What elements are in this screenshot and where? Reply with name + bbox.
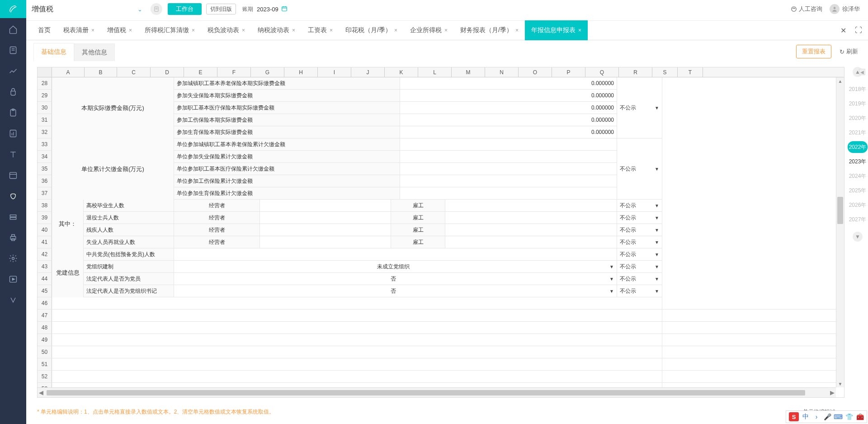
close-icon[interactable]: × — [242, 27, 245, 33]
row-header[interactable]: 46 — [38, 297, 52, 309]
close-icon[interactable]: × — [192, 27, 195, 33]
row-header[interactable]: 37 — [38, 187, 52, 200]
horizontal-scrollbar[interactable]: ◀ ▶ — [38, 387, 836, 397]
tab-item[interactable]: 纳税波动表× — [251, 20, 302, 40]
employee-value[interactable] — [445, 236, 617, 248]
close-icon[interactable]: × — [330, 27, 333, 33]
column-header[interactable]: I — [318, 67, 351, 77]
value-cell[interactable] — [400, 151, 617, 162]
column-header[interactable]: O — [519, 67, 552, 77]
value-cell[interactable] — [400, 175, 617, 187]
row-header[interactable]: 30 — [38, 102, 52, 114]
nav-report-icon[interactable] — [8, 129, 18, 138]
nav-calendar-icon[interactable] — [8, 170, 18, 180]
column-header[interactable]: G — [251, 67, 284, 77]
tab-item[interactable]: 年报信息申报表× — [525, 20, 588, 40]
employee-value[interactable] — [445, 224, 617, 236]
row-header[interactable]: 53 — [38, 383, 52, 387]
tab-item[interactable]: 税负波动表× — [201, 20, 251, 40]
column-header[interactable]: F — [217, 67, 251, 77]
row-header[interactable]: 31 — [38, 114, 52, 126]
period-value[interactable]: 2023-09 — [257, 6, 278, 13]
nav-play-icon[interactable] — [8, 274, 18, 284]
value-dropdown[interactable]: 否▼ — [174, 273, 617, 285]
username[interactable]: 徐泽华 — [842, 5, 860, 13]
row-header[interactable]: 44 — [38, 273, 52, 285]
row-header[interactable]: 39 — [38, 212, 52, 224]
nav-home-icon[interactable] — [8, 24, 18, 34]
ime-s-icon[interactable]: S — [789, 412, 799, 421]
nav-clipboard-icon[interactable] — [8, 108, 18, 118]
year-item[interactable]: 2027年 — [848, 214, 868, 225]
module-selector[interactable]: 增值税 ⌄ — [32, 5, 142, 14]
empty-cell[interactable] — [52, 334, 662, 346]
column-header[interactable]: C — [117, 67, 151, 77]
vertical-scrollbar[interactable]: ▲ ▼ — [836, 77, 844, 387]
empty-cell[interactable] — [52, 322, 662, 333]
row-header[interactable]: 47 — [38, 310, 52, 321]
value-cell[interactable]: 0.000000 — [400, 77, 617, 89]
close-icon[interactable]: × — [444, 27, 448, 33]
tab-item[interactable]: 首页 — [32, 20, 57, 40]
close-icon[interactable]: × — [394, 27, 397, 33]
value-cell[interactable]: 0.000000 — [400, 90, 617, 101]
column-header[interactable]: J — [351, 67, 385, 77]
avatar-icon[interactable] — [830, 4, 840, 14]
workbench-button[interactable]: 工作台 — [168, 3, 202, 15]
empty-cell[interactable] — [52, 358, 662, 370]
nav-text-icon[interactable] — [8, 149, 18, 159]
year-item[interactable]: 2024年 — [848, 170, 868, 182]
empty-cell[interactable] — [52, 297, 662, 309]
column-header[interactable]: M — [452, 67, 485, 77]
row-header[interactable]: 51 — [38, 358, 52, 370]
disclose-dropdown[interactable]: 不公示▼ — [617, 138, 662, 200]
hscroll-thumb[interactable] — [47, 390, 805, 395]
close-icon[interactable]: × — [91, 27, 94, 33]
tab-item[interactable]: 企业所得税× — [404, 20, 454, 40]
operator-value[interactable] — [260, 224, 391, 236]
close-icon[interactable]: × — [129, 27, 132, 33]
close-icon[interactable]: × — [515, 27, 519, 33]
row-header[interactable]: 28 — [38, 77, 52, 90]
subtab-basic[interactable]: 基础信息 — [33, 43, 74, 62]
column-header[interactable]: D — [151, 67, 184, 77]
row-header[interactable]: 36 — [38, 175, 52, 187]
tab-item[interactable]: 增值税× — [101, 20, 138, 40]
row-header[interactable]: 34 — [38, 151, 52, 163]
nav-settings-icon[interactable] — [8, 253, 18, 263]
ime-skin-icon[interactable]: 👕 — [845, 413, 853, 421]
value-dropdown[interactable]: 未成立党组织▼ — [174, 261, 617, 272]
year-item[interactable]: 2018年 — [848, 83, 868, 95]
operator-value[interactable] — [260, 212, 391, 224]
column-header[interactable]: L — [418, 67, 452, 77]
empty-cell[interactable] — [52, 346, 662, 358]
row-header[interactable]: 32 — [38, 126, 52, 138]
row-header[interactable]: 40 — [38, 224, 52, 236]
ime-tool-icon[interactable]: 🧰 — [856, 413, 864, 421]
column-header[interactable]: B — [85, 67, 117, 77]
rail-collapse-icon[interactable]: ◀ — [859, 69, 865, 75]
column-header[interactable]: T — [678, 67, 703, 77]
row-header[interactable]: 49 — [38, 334, 52, 346]
column-header[interactable]: E — [184, 67, 217, 77]
ime-lang-icon[interactable]: 中 — [802, 413, 810, 421]
disclose-dropdown[interactable]: 不公示▼ — [617, 236, 662, 248]
select-all-corner[interactable] — [38, 67, 52, 77]
value-cell[interactable]: 0.000000 — [400, 102, 617, 114]
row-header[interactable]: 38 — [38, 200, 52, 212]
ime-mic-icon[interactable]: 🎤 — [823, 413, 831, 421]
scroll-left-icon[interactable]: ◀ — [38, 389, 45, 396]
disclose-dropdown[interactable]: 不公示▼ — [617, 248, 662, 260]
nav-v-icon[interactable] — [8, 295, 18, 305]
row-header[interactable]: 48 — [38, 322, 52, 333]
scroll-right-icon[interactable]: ▶ — [829, 389, 836, 396]
reset-report-button[interactable]: 重置报表 — [796, 45, 831, 58]
value-dropdown[interactable]: 否▼ — [174, 285, 617, 297]
old-version-button[interactable]: 切到旧版 — [206, 4, 236, 14]
year-item[interactable]: 2019年 — [848, 98, 868, 110]
row-header[interactable]: 52 — [38, 371, 52, 382]
year-item[interactable]: 2020年 — [848, 112, 868, 124]
operator-value[interactable] — [260, 200, 391, 211]
disclose-dropdown[interactable]: 不公示▼ — [617, 200, 662, 211]
employee-value[interactable] — [445, 212, 617, 224]
